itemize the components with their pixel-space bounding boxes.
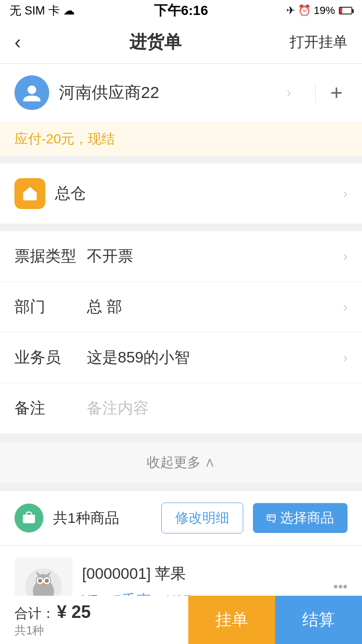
battery-icon bbox=[339, 7, 352, 14]
svg-point-0 bbox=[28, 85, 36, 94]
supplier-chevron-icon: › bbox=[287, 85, 291, 100]
warehouse-section: 总仓 › bbox=[0, 164, 362, 224]
warehouse-row[interactable]: 总仓 › bbox=[0, 164, 362, 224]
supplier-section: 河南供应商22 › + 应付-20元，现结 bbox=[0, 64, 362, 156]
total-amount: ¥ 25 bbox=[57, 602, 91, 622]
svg-rect-5 bbox=[267, 515, 276, 520]
products-count: 共1种商品 bbox=[53, 508, 152, 528]
supplier-row[interactable]: 河南供应商22 › + bbox=[0, 64, 362, 122]
status-time: 下午6:16 bbox=[154, 1, 208, 20]
warehouse-chevron-icon: › bbox=[343, 186, 348, 201]
department-value: 总 部 bbox=[87, 296, 343, 318]
checkout-button[interactable]: 结算 bbox=[275, 596, 362, 644]
department-row[interactable]: 部门 总 部 › bbox=[0, 282, 362, 333]
department-chevron-icon: › bbox=[343, 299, 348, 315]
remark-value[interactable]: 备注内容 bbox=[87, 398, 348, 419]
svg-point-16 bbox=[45, 579, 49, 583]
salesperson-row[interactable]: 业务员 这是859的小智 › bbox=[0, 333, 362, 383]
svg-rect-4 bbox=[23, 515, 35, 523]
checkout-label: 结算 bbox=[302, 609, 335, 631]
svg-marker-2 bbox=[22, 187, 38, 194]
warehouse-name: 总仓 bbox=[55, 183, 343, 204]
department-label: 部门 bbox=[14, 296, 87, 318]
open-pending-button[interactable]: 打开挂单 bbox=[290, 32, 348, 52]
suspend-label: 挂单 bbox=[215, 609, 248, 631]
invoice-type-value: 不开票 bbox=[87, 246, 343, 267]
warehouse-icon bbox=[14, 178, 45, 209]
battery-level: 19% bbox=[314, 4, 335, 17]
status-left: 无 SIM 卡 ☁ bbox=[10, 3, 75, 18]
form-section: 票据类型 不开票 › 部门 总 部 › 业务员 这是859的小智 › 备注 备注… bbox=[0, 231, 362, 434]
supplier-name: 河南供应商22 bbox=[59, 82, 287, 104]
edit-detail-button[interactable]: 修改明细 bbox=[161, 503, 243, 533]
product-more-button[interactable]: ••• bbox=[334, 579, 348, 594]
salesperson-value: 这是859的小智 bbox=[87, 347, 343, 368]
status-bar: 无 SIM 卡 ☁ 下午6:16 ✈ ⏰ 19% bbox=[0, 0, 362, 21]
invoice-type-label: 票据类型 bbox=[14, 246, 87, 267]
sim-status: 无 SIM 卡 ☁ bbox=[10, 3, 75, 18]
suspend-button[interactable]: 挂单 bbox=[188, 596, 275, 644]
remark-label: 备注 bbox=[14, 398, 87, 419]
svg-point-15 bbox=[38, 579, 42, 583]
page-title: 进货单 bbox=[129, 30, 181, 54]
supplier-notice: 应付-20元，现结 bbox=[0, 122, 362, 156]
select-product-button[interactable]: 选择商品 bbox=[253, 503, 348, 533]
svg-rect-3 bbox=[28, 195, 32, 200]
invoice-type-row[interactable]: 票据类型 不开票 › bbox=[0, 231, 362, 282]
salesperson-chevron-icon: › bbox=[343, 350, 348, 365]
nav-bar: ‹ 进货单 打开挂单 bbox=[0, 21, 362, 64]
bottom-bar: 合计： ¥ 25 共1种 挂单 结算 bbox=[0, 596, 362, 644]
location-icon: ✈ bbox=[286, 4, 295, 17]
back-button[interactable]: ‹ bbox=[14, 31, 21, 53]
add-supplier-button[interactable]: + bbox=[325, 81, 348, 105]
total-count: 共1种 bbox=[14, 623, 174, 638]
status-right: ✈ ⏰ 19% bbox=[286, 4, 352, 17]
total-section: 合计： ¥ 25 共1种 bbox=[0, 596, 188, 644]
invoice-chevron-icon: › bbox=[343, 249, 348, 264]
select-product-label: 选择商品 bbox=[280, 509, 334, 527]
supplier-divider bbox=[315, 83, 316, 102]
product-name-text: 苹果 bbox=[155, 565, 186, 582]
remark-row[interactable]: 备注 备注内容 bbox=[0, 383, 362, 434]
product-code: [0000001] bbox=[82, 565, 151, 582]
products-header: 共1种商品 修改明细 选择商品 bbox=[0, 491, 362, 545]
products-icon bbox=[14, 504, 43, 532]
alarm-icon: ⏰ bbox=[298, 4, 311, 17]
product-name: [0000001] 苹果 bbox=[82, 563, 324, 585]
total-label: 合计： bbox=[14, 604, 55, 623]
collapse-bar[interactable]: 收起更多 ∧ bbox=[0, 441, 362, 483]
salesperson-label: 业务员 bbox=[14, 347, 87, 368]
supplier-avatar bbox=[14, 75, 49, 110]
